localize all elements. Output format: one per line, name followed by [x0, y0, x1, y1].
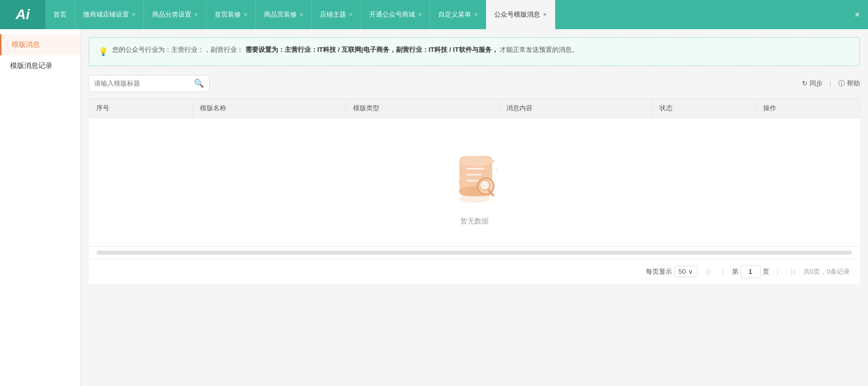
- tab-close-button[interactable]: ×: [132, 11, 136, 18]
- sync-icon: ↻: [802, 80, 808, 87]
- top-navigation: Ai 首页微商城店铺设置×商品分类设置×首页装修×商品页装修×店铺主题×开通公众…: [0, 0, 868, 29]
- content-area: 💡 您的公众号行业为：主营行业：，副营行业： 需要设置为：主营行业：IT科技 /…: [81, 29, 868, 386]
- nav-tab-微商城店铺设置[interactable]: 微商城店铺设置×: [75, 0, 144, 29]
- nav-tab-list: 首页微商城店铺设置×商品分类设置×首页装修×商品页装修×店铺主题×开通公众号商城…: [45, 0, 846, 29]
- notice-box: 💡 您的公众号行业为：主营行业：，副营行业： 需要设置为：主营行业：IT科技 /…: [89, 37, 860, 66]
- tab-close-button[interactable]: ×: [300, 11, 303, 18]
- nav-tab-首页[interactable]: 首页: [45, 0, 75, 29]
- nav-tab-自定义菜单[interactable]: 自定义菜单×: [430, 0, 486, 29]
- table-header-name: 模版名称: [193, 98, 346, 118]
- nav-tab-首页装修[interactable]: 首页装修×: [207, 0, 256, 29]
- scrollbar-area: [89, 246, 860, 259]
- table-scroll-container: 序号模版名称模版类型消息内容状态操作: [89, 98, 860, 246]
- tab-close-button[interactable]: ×: [244, 11, 247, 18]
- table-header-content: 消息内容: [499, 98, 652, 118]
- table-header: 序号模版名称模版类型消息内容状态操作: [89, 98, 860, 118]
- close-all-tabs-button[interactable]: ×: [846, 0, 868, 29]
- next-page-button[interactable]: ⟩: [771, 265, 784, 278]
- table-header-status: 状态: [652, 98, 756, 118]
- search-input[interactable]: [94, 80, 194, 87]
- empty-state: ✦ ✦ ✦ 暂无数据: [89, 118, 860, 246]
- dropdown-arrow-icon: ∨: [688, 268, 693, 275]
- svg-text:✦: ✦: [495, 168, 498, 172]
- total-info: 共0页，0条记录: [804, 267, 850, 276]
- help-button[interactable]: ⓘ 帮助: [838, 79, 860, 88]
- help-icon: ⓘ: [838, 79, 845, 88]
- empty-icon: ✦ ✦ ✦: [444, 148, 505, 209]
- table-header-seq: 序号: [89, 98, 193, 118]
- tab-close-button[interactable]: ×: [194, 11, 198, 18]
- empty-text: 暂无数据: [460, 217, 489, 226]
- sidebar-item-模版消息记录[interactable]: 模版消息记录: [0, 55, 80, 76]
- per-page-select: 每页显示 50 ∨: [646, 266, 697, 277]
- page-number-input[interactable]: [741, 265, 761, 278]
- table-header-row: 序号模版名称模版类型消息内容状态操作: [89, 98, 860, 118]
- tab-close-button[interactable]: ×: [474, 11, 478, 18]
- pagination: 每页显示 50 ∨ ⟨⟨ ⟨ 第 页 ⟩ ⟩⟩ 共0页，0条记录: [89, 259, 860, 284]
- svg-point-1: [459, 156, 492, 166]
- table-header-action: 操作: [756, 98, 859, 118]
- horizontal-scrollbar[interactable]: [97, 251, 852, 255]
- notice-highlight: 需要设置为：主营行业：IT科技 / 互联网|电子商务，副营行业：IT科技 / I…: [245, 46, 498, 53]
- nav-tab-商品分类设置[interactable]: 商品分类设置×: [144, 0, 207, 29]
- notice-icon: 💡: [98, 45, 108, 58]
- prev-page-button[interactable]: ⟨: [717, 265, 730, 278]
- data-table: 序号模版名称模版类型消息内容状态操作: [89, 98, 860, 118]
- tab-close-button[interactable]: ×: [418, 11, 422, 18]
- notice-text: 您的公众号行业为：主营行业：，副营行业： 需要设置为：主营行业：IT科技 / 互…: [112, 45, 578, 55]
- page-label-after: 页: [763, 267, 769, 276]
- nav-tab-公众号模版消息[interactable]: 公众号模版消息×: [486, 0, 555, 29]
- page-label-before: 第: [732, 267, 739, 276]
- svg-point-7: [480, 180, 490, 190]
- svg-text:✦: ✦: [457, 179, 461, 185]
- svg-text:✦: ✦: [491, 158, 496, 165]
- per-page-value: 50: [679, 268, 686, 275]
- last-page-button[interactable]: ⟩⟩: [786, 265, 799, 278]
- search-bar: 🔍 ↻ 同步 | ⓘ 帮助: [89, 75, 860, 92]
- nav-tab-商品页装修[interactable]: 商品页装修×: [256, 0, 312, 29]
- nav-tab-开通公众号商城[interactable]: 开通公众号商城×: [361, 0, 430, 29]
- toolbar-right: ↻ 同步 | ⓘ 帮助: [802, 79, 860, 88]
- table-header-type: 模版类型: [346, 98, 499, 118]
- page-navigation: ⟨⟨ ⟨ 第 页 ⟩ ⟩⟩: [702, 265, 799, 278]
- main-layout: 模版消息模版消息记录 💡 您的公众号行业为：主营行业：，副营行业： 需要设置为：…: [0, 29, 868, 386]
- sync-button[interactable]: ↻ 同步: [802, 79, 823, 88]
- per-page-dropdown[interactable]: 50 ∨: [674, 266, 697, 277]
- per-page-label: 每页显示: [646, 267, 672, 276]
- sidebar: 模版消息模版消息记录: [0, 29, 81, 386]
- first-page-button[interactable]: ⟨⟨: [702, 265, 715, 278]
- app-logo: Ai: [0, 0, 45, 29]
- sidebar-item-模版消息[interactable]: 模版消息: [0, 34, 80, 55]
- nav-tab-店铺主题[interactable]: 店铺主题×: [312, 0, 361, 29]
- tab-close-button[interactable]: ×: [349, 11, 353, 18]
- divider: |: [830, 80, 831, 87]
- tab-close-button[interactable]: ×: [543, 11, 547, 18]
- search-input-wrap[interactable]: 🔍: [89, 75, 210, 92]
- search-icon[interactable]: 🔍: [194, 79, 204, 88]
